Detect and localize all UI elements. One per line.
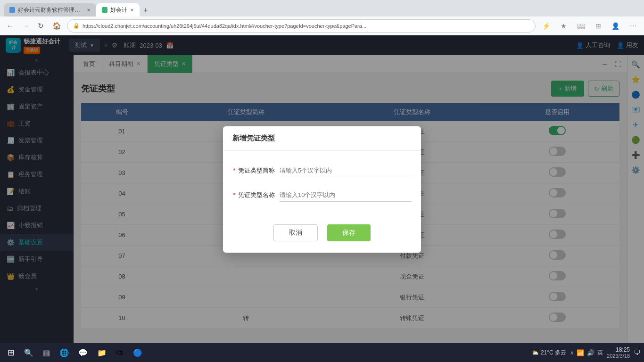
task-view-btn[interactable]: ▦ <box>39 346 54 359</box>
modal-title: 新增凭证类型 <box>232 134 275 142</box>
cancel-button[interactable]: 取消 <box>273 224 318 241</box>
wifi-icon: 📶 <box>577 349 584 356</box>
edge-taskbar-btn[interactable]: 🔵 <box>129 346 146 359</box>
taskbar-time: 18:25 <box>607 346 630 353</box>
required-star: * <box>233 167 235 174</box>
taskbar-weather: ⛅ 21°C 多云 <box>532 349 566 357</box>
more-btn[interactable]: ⋯ <box>626 20 640 32</box>
weather-icon: ⛅ <box>532 349 539 356</box>
nav-back[interactable]: ← <box>4 20 17 32</box>
taskbar-date: 2023/3/18 <box>607 353 630 359</box>
tab1-label: 好会计云财务软件管理系统_会计 <box>18 6 84 14</box>
short-name-input[interactable] <box>280 164 412 177</box>
reading-mode-btn[interactable]: 📖 <box>573 20 589 32</box>
notification-btn[interactable]: 🗨 <box>634 349 640 356</box>
save-button[interactable]: 保存 <box>327 224 371 241</box>
nav-forward[interactable]: → <box>19 20 32 32</box>
taskbar-time-area: 18:25 2023/3/18 <box>607 346 630 359</box>
tab1-favicon <box>9 7 15 13</box>
volume-icon: 🔊 <box>587 349 594 356</box>
modal-footer: 取消 保存 <box>223 221 421 253</box>
new-tab-button[interactable]: + <box>140 6 151 15</box>
browser-nav-bar: ← → ↻ 🏠 🔒 https://cloud2.chanjet.com/acc… <box>0 16 644 35</box>
profile-btn[interactable]: 👤 <box>608 20 623 32</box>
full-name-label: * 凭证类型名称 <box>232 191 280 199</box>
taskbar-sys-icons: ∧ 📶 🔊 英 <box>570 349 603 357</box>
nav-home[interactable]: 🏠 <box>50 20 64 32</box>
extensions-btn[interactable]: ⚡ <box>538 20 554 32</box>
favorites-btn[interactable]: ★ <box>557 20 570 32</box>
weather-text: 21°C 多云 <box>541 349 566 357</box>
start-button[interactable]: ⊞ <box>4 346 18 360</box>
tab2-label: 好会计 <box>110 6 127 14</box>
split-view-btn[interactable]: ⊞ <box>592 20 605 32</box>
folder-taskbar-btn[interactable]: 📁 <box>93 346 110 359</box>
wechat-taskbar-btn[interactable]: 💬 <box>74 346 91 359</box>
tab1-close[interactable]: ✕ <box>87 8 91 13</box>
taskbar: ⊞ 🔍 ▦ 🌐 💬 📁 🛍 🔵 ⛅ 21°C 多云 ∧ 📶 🔊 英 18:25 … <box>0 343 644 362</box>
modal-dialog: 新增凭证类型 * 凭证类型简称 * 凭证类型名称 取消 <box>223 126 421 253</box>
modal-body: * 凭证类型简称 * 凭证类型名称 <box>223 151 421 221</box>
tab2-close[interactable]: ✕ <box>130 8 134 13</box>
chrome-taskbar-btn[interactable]: 🌐 <box>56 346 73 359</box>
tab2-favicon <box>102 7 107 13</box>
browser-chrome: 好会计云财务软件管理系统_会计 ✕ 好会计 ✕ + <box>0 0 644 16</box>
modal-overlay: 新增凭证类型 * 凭证类型简称 * 凭证类型名称 取消 <box>0 35 644 343</box>
search-taskbar-btn[interactable]: 🔍 <box>20 346 37 359</box>
store-taskbar-btn[interactable]: 🛍 <box>112 346 127 359</box>
full-name-input[interactable] <box>280 189 412 202</box>
field-short-name: * 凭证类型简称 <box>232 164 412 177</box>
lang-text: 英 <box>597 349 603 357</box>
short-name-label: * 凭证类型简称 <box>232 166 280 175</box>
modal-header: 新增凭证类型 <box>223 126 421 151</box>
address-bar[interactable]: 🔒 https://cloud2.chanjet.com/accounting/… <box>67 19 536 33</box>
nav-refresh[interactable]: ↻ <box>35 20 47 32</box>
required-star2: * <box>233 191 235 198</box>
sys-chevron-btn[interactable]: ∧ <box>570 350 574 356</box>
taskbar-right: ⛅ 21°C 多云 ∧ 📶 🔊 英 18:25 2023/3/18 🗨 <box>532 346 640 359</box>
address-lock-icon: 🔒 <box>73 23 80 29</box>
address-text: https://cloud2.chanjet.com/accounting/uh… <box>83 23 366 29</box>
browser-tab-active[interactable]: 好会计 ✕ <box>96 3 140 16</box>
field-full-name: * 凭证类型名称 <box>232 189 412 202</box>
browser-tab-inactive[interactable]: 好会计云财务软件管理系统_会计 ✕ <box>4 3 96 16</box>
